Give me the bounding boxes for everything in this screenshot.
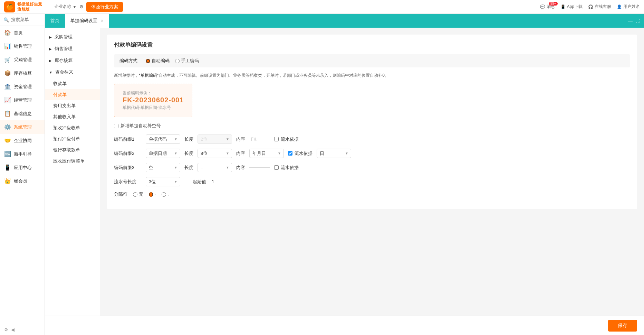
tab-close-icon[interactable]: × <box>101 18 103 23</box>
system-icon: ⚙️ <box>4 124 11 130</box>
form-card: 付款单编码设置 编码方式 自动编码 手工编码 <box>107 35 637 209</box>
sidebar-item-finance[interactable]: 🏦 资金管理 <box>0 80 45 93</box>
sub-sidebar-payment[interactable]: 付款单 <box>45 89 100 100</box>
sidebar-item-enterprise[interactable]: 🤝 企业协同 <box>0 134 45 147</box>
auto-fill-checkbox[interactable] <box>114 124 118 128</box>
sub-sidebar-group-sales: ▶ 销售管理 <box>45 43 100 55</box>
prefix1-length-select[interactable]: 2位 <box>198 134 232 144</box>
prefix3-select[interactable]: 空 部门 业务员 <box>146 163 180 172</box>
separator-dot[interactable]: . <box>162 192 169 197</box>
tabbar-actions: — ⛶ <box>624 18 644 24</box>
user-info[interactable]: 👤 用户姓名 <box>617 4 640 10</box>
serial-length-select[interactable]: 3位 4位 5位 <box>146 177 180 186</box>
prefix2-select-wrapper: 单据日期 部门 <box>146 149 180 158</box>
search-menu-label: 搜索菜单 <box>11 17 29 23</box>
separator-none[interactable]: 无 <box>133 191 143 197</box>
maximize-icon[interactable]: ⛶ <box>635 18 640 24</box>
sidebar: 🔍 搜索菜单 🏠 首页 📊 销售管理 🛒 采购管理 📦 库存核算 🏦 资金管理 … <box>0 14 45 335</box>
sub-sidebar-purchase-title[interactable]: ▶ 采购管理 <box>45 31 100 43</box>
purchase-icon: 🛒 <box>4 56 11 63</box>
prefix2-length-select[interactable]: 8位 6位 4位 <box>198 149 232 158</box>
tab-home[interactable]: 首页 <box>45 14 65 28</box>
prefix1-label: 编码前缀1 <box>114 136 142 142</box>
home-icon: 🏠 <box>4 29 11 36</box>
separator-dash[interactable]: - <box>149 192 156 197</box>
app-download-btn[interactable]: 📱 App下载 <box>560 4 583 10</box>
start-value-input[interactable] <box>210 178 231 185</box>
coding-method-label: 编码方式 <box>119 58 137 64</box>
prefix2-label: 编码前缀2 <box>114 150 142 157</box>
sub-sidebar-capital-label: 资金往来 <box>55 69 73 75</box>
sidebar-item-inventory[interactable]: 📦 库存核算 <box>0 66 45 80</box>
save-button[interactable]: 保存 <box>608 320 637 332</box>
prefix2-period-wrapper: 日 月 年 <box>317 149 351 158</box>
sub-sidebar-group-inventory: ▶ 库存核算 <box>45 55 100 66</box>
sub-sidebar-sales-title[interactable]: ▶ 销售管理 <box>45 43 100 55</box>
tab-encoding[interactable]: 单据编码设置 × <box>65 14 109 28</box>
sidebar-item-sales[interactable]: 📊 销售管理 <box>0 39 45 53</box>
prefix2-content-select[interactable]: 年月日 年月 年 <box>249 149 284 158</box>
prefix1-length-wrapper: 2位 <box>198 134 232 144</box>
app-icon: 📱 <box>560 4 566 9</box>
sub-sidebar-prepay-recv[interactable]: 预收冲应收单 <box>45 122 100 133</box>
prefix1-waterflow-label: 流水依据 <box>281 136 299 142</box>
serial-row: 流水号长度 3位 4位 5位 起始值 <box>114 177 630 186</box>
experience-btn[interactable]: 体验行业方案 <box>86 2 123 12</box>
sidebar-item-appstore[interactable]: 📱 应用中心 <box>0 161 45 174</box>
sidebar-item-label: 新手引导 <box>14 151 32 157</box>
sub-sidebar-other-income[interactable]: 其他收入单 <box>45 111 100 122</box>
sidebar-item-label: 畅会员 <box>14 178 27 184</box>
sub-sidebar-bank[interactable]: 银行存取款单 <box>45 145 100 156</box>
prefix1-select[interactable]: 单据代码 部门 业务员 <box>146 134 180 144</box>
sidebar-item-member[interactable]: 👑 畅会员 <box>0 174 45 188</box>
online-service-btn[interactable]: 🎧 在线客服 <box>588 4 611 10</box>
prefix1-waterflow: 流水依据 <box>274 136 299 142</box>
prefix2-length-wrapper: 8位 6位 4位 <box>198 149 232 158</box>
company-dropdown[interactable]: 企业名称 ▼ <box>55 4 77 10</box>
sub-sidebar-capital-title[interactable]: ▼ 资金往来 <box>45 66 100 78</box>
sidebar-item-basic[interactable]: 📋 基础信息 <box>0 107 45 120</box>
sub-sidebar-inventory-title[interactable]: ▶ 库存核算 <box>45 55 100 66</box>
prefix2-row: 编码前缀2 单据日期 部门 长度 8位 6位 4 <box>114 149 630 158</box>
sidebar-item-guide[interactable]: 🆕 新手引导 <box>0 147 45 161</box>
prefix3-waterflow-check[interactable] <box>274 165 279 170</box>
prefix2-waterflow-check[interactable] <box>288 151 292 156</box>
sidebar-item-label: 首页 <box>14 30 23 36</box>
chevron-right-icon: ▶ <box>49 59 52 63</box>
sidebar-item-system[interactable]: ⚙️ 系统管理 <box>0 120 45 134</box>
sidebar-item-operation[interactable]: 📈 经营管理 <box>0 93 45 107</box>
auto-coding-radio[interactable]: 自动编码 <box>146 58 170 64</box>
logo-text: 畅捷通好生意 旗舰版 <box>17 2 42 12</box>
prefix3-select-wrapper: 空 部门 业务员 <box>146 163 180 172</box>
prefix2-length-label: 长度 <box>184 150 193 157</box>
prefix1-select-wrapper: 单据代码 部门 业务员 <box>146 134 180 144</box>
sidebar-settings-icon[interactable]: ⚙ <box>4 327 8 332</box>
sub-sidebar-receipt[interactable]: 收款单 <box>45 78 100 89</box>
sub-sidebar-expense[interactable]: 费用支出单 <box>45 100 100 111</box>
operation-icon: 📈 <box>4 97 11 103</box>
inner-layout: ▶ 采购管理 ▶ 销售管理 ▶ 库存核算 <box>45 28 644 316</box>
main-panel: 付款单编码设置 编码方式 自动编码 手工编码 <box>100 28 644 316</box>
manual-coding-radio[interactable]: 手工编码 <box>175 58 199 64</box>
chevron-right-icon: ▶ <box>49 35 52 39</box>
message-icon: 💬 <box>540 4 545 9</box>
message-btn[interactable]: 💬 消息 99+ <box>540 4 555 10</box>
appstore-icon: 📱 <box>4 164 11 171</box>
sidebar-item-label: 库存核算 <box>14 70 32 76</box>
prefix1-length-label: 长度 <box>184 136 193 142</box>
preview-sub: 单据代码-单据日期-流水号 <box>123 105 184 111</box>
sidebar-item-home[interactable]: 🏠 首页 <box>0 26 45 39</box>
sidebar-collapse-icon[interactable]: ◀ <box>11 327 15 332</box>
prefix1-waterflow-check[interactable] <box>274 137 279 141</box>
sub-sidebar-inventory-label: 库存核算 <box>55 57 73 64</box>
sub-sidebar-receivable-adjust[interactable]: 应收应付调整单 <box>45 156 100 167</box>
prefix2-select[interactable]: 单据日期 部门 <box>146 149 180 158</box>
auto-coding-label: 自动编码 <box>152 58 170 64</box>
sub-sidebar-prepay-pay[interactable]: 预付冲应付单 <box>45 133 100 145</box>
sidebar-item-purchase[interactable]: 🛒 采购管理 <box>0 53 45 66</box>
search-menu-btn[interactable]: 🔍 搜索菜单 <box>0 14 45 26</box>
prefix3-length-select[interactable]: -- <box>198 163 232 172</box>
settings-icon[interactable]: ⚙ <box>79 4 84 9</box>
minimize-icon[interactable]: — <box>628 18 633 24</box>
prefix2-period-select[interactable]: 日 月 年 <box>317 149 351 158</box>
